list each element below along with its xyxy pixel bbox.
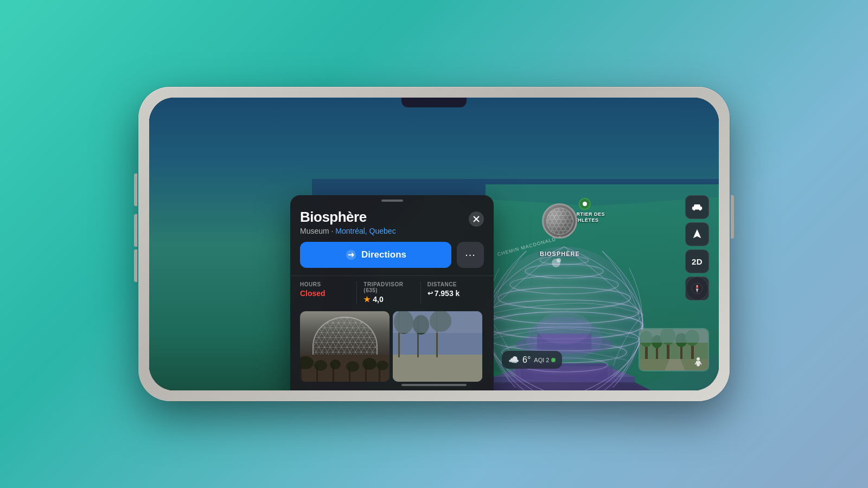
distance-arrow-icon: ↩ — [427, 290, 433, 297]
tripadvisor-label: TRIPADVISOR (635) — [363, 281, 413, 293]
phone-screen: CHEMIN MACDONALD QUARTIER DESATHLÈTES BI… — [149, 98, 719, 390]
street-view-image — [640, 329, 708, 370]
street-view-thumbnail[interactable] — [639, 328, 709, 371]
info-row: HOURS Closed TRIPADVISOR (635) ★ 4,0 DIS… — [290, 275, 494, 311]
directions-label: Directions — [361, 249, 406, 260]
svg-point-56 — [346, 361, 359, 372]
distance-value: ↩ 7.953 k — [427, 289, 477, 298]
tripadvisor-info: TRIPADVISOR (635) ★ 4,0 — [356, 281, 420, 304]
place-info-panel: Biosphère Museum · Montréal, Quebec — [290, 195, 494, 390]
location-button[interactable] — [685, 222, 709, 246]
star-icon: ★ — [363, 295, 371, 304]
action-buttons: Directions ··· — [290, 242, 494, 275]
photo-2[interactable] — [393, 311, 482, 382]
svg-point-47 — [348, 254, 350, 255]
weather-icon: ☁️ — [508, 355, 519, 365]
place-location: Montréal, Quebec — [335, 227, 395, 235]
svg-text:N: N — [696, 285, 698, 287]
2d-mode-button[interactable]: 2D — [685, 249, 709, 273]
svg-point-60 — [376, 361, 388, 370]
car-mode-button[interactable] — [685, 195, 709, 219]
svg-point-52 — [314, 360, 327, 371]
map-controls: 2D N — [685, 195, 709, 300]
place-type: Museum — [300, 227, 329, 235]
aqi-dot — [551, 358, 556, 362]
close-button[interactable] — [469, 211, 484, 227]
biosphere-pin-dome — [546, 208, 573, 235]
biosphere-pin-circle — [542, 203, 577, 239]
biosphere-pin-label: BIOSPHÈRE — [540, 251, 580, 257]
compass-circle: N — [686, 277, 709, 300]
map-background[interactable]: CHEMIN MACDONALD QUARTIER DESATHLÈTES BI… — [149, 98, 719, 390]
tripadvisor-rating: ★ 4,0 — [363, 295, 413, 304]
more-icon: ··· — [465, 248, 476, 261]
svg-point-54 — [330, 359, 341, 369]
phone-frame: CHEMIN MACDONALD QUARTIER DESATHLÈTES BI… — [138, 87, 730, 401]
svg-rect-40 — [640, 329, 709, 343]
directions-button[interactable]: Directions — [300, 242, 451, 268]
distance-label: DISTANCE — [427, 281, 477, 287]
hours-info: HOURS Closed — [300, 281, 356, 304]
hours-label: HOURS — [300, 281, 350, 287]
svg-point-41 — [697, 357, 700, 361]
photo-1[interactable] — [300, 311, 390, 382]
distance-info: DISTANCE ↩ 7.953 k — [420, 281, 484, 304]
hours-value: Closed — [300, 289, 350, 298]
home-indicator — [401, 384, 467, 386]
aqi-badge: AQI 2 — [534, 357, 556, 363]
place-subtitle: Museum · Montréal, Quebec — [300, 227, 396, 235]
biosphere-map-pin[interactable]: BIOSPHÈRE — [540, 203, 580, 257]
compass-button[interactable]: N — [685, 277, 709, 300]
quartier-icon — [579, 198, 591, 210]
street-view-person-icon — [693, 357, 704, 368]
weather-widget: ☁️ 6° AQI 2 — [502, 351, 562, 369]
svg-rect-48 — [300, 355, 390, 382]
svg-rect-69 — [393, 311, 482, 333]
panel-header: Biosphère Museum · Montréal, Quebec — [290, 207, 494, 242]
weather-temperature: 6° — [522, 355, 531, 365]
phone-notch — [401, 98, 467, 107]
photos-row — [290, 311, 494, 390]
svg-point-58 — [362, 358, 376, 370]
place-info: Biosphère Museum · Montréal, Quebec — [300, 209, 396, 235]
place-name: Biosphère — [300, 209, 396, 225]
rating-value: 4,0 — [373, 295, 383, 304]
more-options-button[interactable]: ··· — [457, 242, 484, 268]
svg-rect-62 — [393, 355, 482, 382]
drag-indicator — [381, 200, 403, 202]
